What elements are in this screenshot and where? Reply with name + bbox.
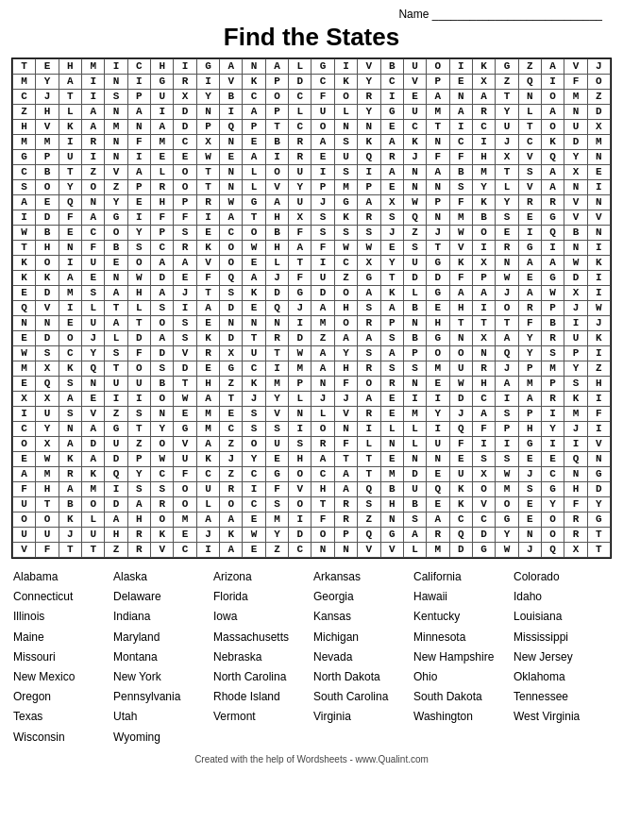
grid-cell: K — [243, 75, 265, 90]
grid-cell: O — [36, 180, 59, 195]
grid-cell: U — [404, 105, 427, 120]
grid-cell: Q — [82, 361, 105, 377]
grid-cell: E — [36, 195, 59, 210]
grid-cell: G — [473, 543, 496, 558]
grid-cell: B — [564, 226, 587, 241]
grid-cell: A — [473, 407, 496, 422]
grid-cell: U — [36, 407, 59, 422]
grid-cell: Z — [588, 90, 611, 105]
grid-cell: A — [381, 165, 404, 180]
grid-cell: I — [128, 210, 151, 226]
grid-cell: O — [588, 75, 611, 90]
grid-cell: R — [174, 241, 196, 256]
grid-cell: I — [289, 316, 312, 331]
grid-cell: A — [542, 256, 564, 271]
grid-cell: S — [36, 346, 59, 361]
grid-cell: O — [542, 528, 564, 543]
grid-cell: O — [542, 90, 564, 105]
grid-cell: N — [381, 437, 404, 452]
grid-cell: M — [588, 135, 611, 150]
grid-cell: A — [151, 286, 174, 301]
list-item: Arkansas — [313, 568, 410, 586]
grid-cell: W — [289, 346, 312, 361]
grid-cell: H — [473, 377, 496, 392]
grid-cell: T — [105, 361, 127, 377]
grid-cell: W — [588, 301, 611, 316]
grid-cell: S — [381, 361, 404, 377]
grid-cell: R — [381, 377, 404, 392]
grid-cell: E — [519, 497, 542, 512]
grid-cell: Z — [105, 543, 127, 558]
grid-cell: A — [312, 361, 334, 377]
grid-cell: A — [82, 452, 105, 467]
grid-cell: H — [197, 377, 220, 392]
grid-cell: E — [82, 271, 105, 286]
grid-cell: N — [519, 528, 542, 543]
grid-cell: S — [151, 301, 174, 316]
grid-cell: Y — [36, 422, 59, 437]
grid-cell: O — [289, 497, 312, 512]
grid-cell: P — [335, 528, 358, 543]
list-item: Pennsylvania — [113, 688, 210, 706]
grid-cell: E — [427, 467, 449, 482]
name-underline: ___________________________ — [432, 8, 602, 21]
grid-cell: I — [266, 150, 289, 165]
grid-cell: N — [105, 75, 127, 90]
grid-cell: S — [519, 482, 542, 497]
grid-cell: J — [243, 392, 265, 407]
grid-cell: A — [266, 59, 289, 75]
grid-cell: G — [174, 422, 196, 437]
list-item: Maine — [13, 629, 109, 647]
grid-cell: L — [404, 437, 427, 452]
grid-cell: T — [312, 497, 334, 512]
grid-cell: I — [542, 241, 564, 256]
grid-cell: P — [266, 75, 289, 90]
grid-cell: C — [542, 467, 564, 482]
grid-cell: F — [266, 482, 289, 497]
grid-cell: L — [289, 105, 312, 120]
grid-cell: S — [220, 286, 243, 301]
grid-cell: C — [243, 361, 265, 377]
list-item: West Virginia — [514, 708, 610, 726]
grid-cell: A — [473, 90, 496, 105]
grid-cell: X — [473, 331, 496, 346]
grid-cell: P — [36, 150, 59, 165]
grid-cell: E — [13, 286, 36, 301]
grid-cell: J — [197, 528, 220, 543]
grid-cell: E — [13, 331, 36, 346]
grid-cell: Z — [335, 271, 358, 286]
grid-cell: U — [82, 316, 105, 331]
grid-cell: L — [381, 422, 404, 437]
grid-cell: A — [82, 422, 105, 437]
grid-cell: Q — [496, 346, 518, 361]
grid-cell: W — [404, 195, 427, 210]
grid-cell: P — [542, 377, 564, 392]
list-item: California — [413, 568, 510, 586]
grid-cell: A — [128, 165, 151, 180]
grid-cell: I — [381, 90, 404, 105]
list-item: Nebraska — [213, 648, 310, 666]
grid-cell: U — [243, 346, 265, 361]
grid-cell: I — [473, 301, 496, 316]
grid-cell: W — [496, 467, 518, 482]
grid-cell: H — [312, 482, 334, 497]
grid-cell: D — [36, 286, 59, 301]
grid-cell: I — [105, 392, 127, 407]
grid-cell: A — [59, 271, 82, 286]
grid-cell: T — [197, 286, 220, 301]
grid-cell: A — [496, 331, 518, 346]
grid-cell: A — [335, 331, 358, 346]
grid-cell: G — [105, 210, 127, 226]
grid-cell: A — [151, 331, 174, 346]
grid-cell: D — [174, 361, 196, 377]
grid-cell: E — [36, 59, 59, 75]
grid-cell: N — [312, 543, 334, 558]
grid-cell: I — [151, 105, 174, 120]
list-item: Indiana — [113, 608, 210, 626]
grid-cell: I — [427, 392, 449, 407]
grid-cell: V — [174, 346, 196, 361]
list-item: Michigan — [313, 629, 410, 647]
grid-cell: P — [358, 180, 380, 195]
grid-cell: L — [404, 286, 427, 301]
grid-cell: O — [59, 331, 82, 346]
